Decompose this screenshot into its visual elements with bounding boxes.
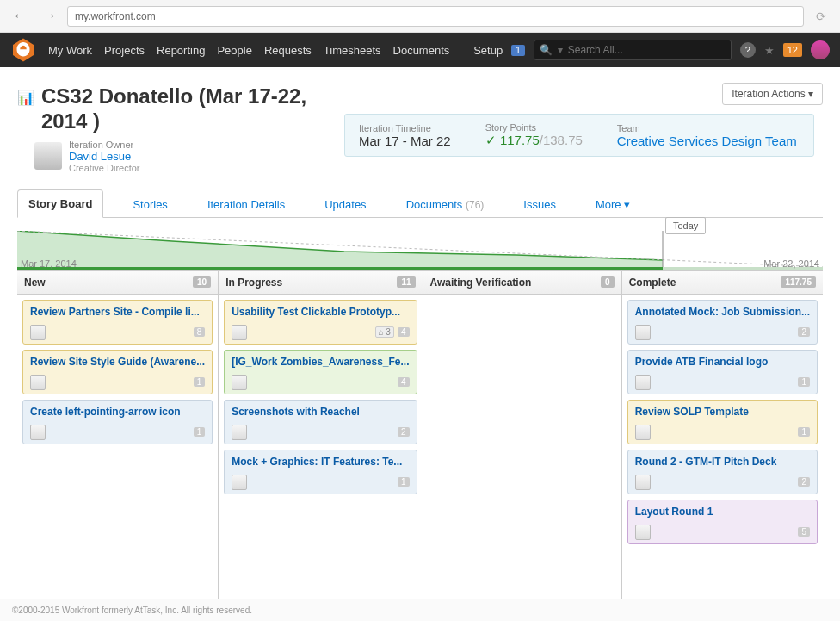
story-points: 4 (398, 327, 410, 337)
nav-projects[interactable]: Projects (104, 44, 145, 57)
card-title: Mock + Graphics: IT Features: Te... (232, 456, 409, 468)
assignee-avatar (232, 475, 247, 490)
column-new: New10Review Partners Site - Compile li..… (17, 271, 219, 615)
tab-story-board[interactable]: Story Board (17, 189, 103, 218)
iteration-icon: 📊 (17, 90, 34, 106)
column-header: New10 (17, 271, 218, 295)
card-title: Screenshots with Reachel (232, 406, 409, 418)
story-card[interactable]: Create left-pointing-arrow icon1 (22, 400, 213, 444)
card-title: Review Partners Site - Compile li... (30, 306, 205, 318)
story-card[interactable]: Provide ATB Financial logo1 (627, 350, 818, 394)
story-points: 2 (398, 427, 410, 437)
story-board: New10Review Partners Site - Compile li..… (17, 270, 823, 615)
card-title: Round 2 - GTM-IT Pitch Deck (635, 456, 810, 468)
assignee-avatar (635, 425, 651, 440)
nav-documents[interactable]: Documents (393, 44, 450, 57)
assignee-avatar (635, 325, 651, 340)
nav-people[interactable]: People (217, 44, 251, 57)
assignee-avatar (635, 475, 651, 490)
favorites-icon[interactable]: ★ (764, 44, 775, 57)
card-title: Review SOLP Template (635, 406, 810, 418)
nav-timesheets[interactable]: Timesheets (324, 44, 381, 57)
column-in-progress: In Progress11Usability Test Clickable Pr… (219, 271, 423, 615)
story-card[interactable]: Round 2 - GTM-IT Pitch Deck2 (627, 450, 818, 494)
tab-iteration-details[interactable]: Iteration Details (197, 191, 295, 218)
card-title: [IG_Work Zombies_Awareness_Fe... (232, 356, 409, 368)
nav-requests[interactable]: Requests (264, 44, 312, 57)
search-input[interactable] (568, 44, 726, 56)
tab-issues[interactable]: Issues (513, 191, 566, 218)
column-header: Complete117.75 (622, 271, 823, 295)
owner-avatar (34, 142, 62, 170)
card-title: Create left-pointing-arrow icon (30, 406, 205, 418)
column-awaiting-verification: Awaiting Verification0 (423, 271, 622, 615)
story-points: 1 (194, 427, 206, 437)
assignee-avatar (30, 375, 46, 390)
story-points: 8 (194, 327, 206, 337)
subtask-count: ⌂ 3 (375, 326, 394, 338)
tab-updates[interactable]: Updates (314, 191, 376, 218)
team-link[interactable]: Creative Services Design Team (617, 134, 797, 148)
browser-bar: ← → my.workfront.com ⟳ (0, 0, 840, 33)
owner-name-link[interactable]: David Lesue (69, 150, 140, 163)
column-count: 0 (601, 276, 615, 288)
page-title: CS32 Donatello (Mar 17-22, 2014 ) (41, 84, 334, 134)
assignee-avatar (232, 325, 247, 340)
burndown-chart: Today Mar 17, 2014Mar 22, 2014 (17, 219, 823, 270)
workfront-logo (10, 37, 36, 63)
column-count: 117.75 (781, 276, 816, 288)
story-card[interactable]: Annotated Mock: Job Submission...2 (627, 300, 818, 345)
notification-badge[interactable]: 12 (783, 43, 802, 57)
owner-info: Iteration Owner David Lesue Creative Dir… (69, 140, 140, 173)
tab-more[interactable]: More ▾ (585, 191, 640, 218)
story-points: 1 (798, 377, 810, 387)
assignee-avatar (635, 375, 651, 390)
assignee-avatar (30, 425, 46, 440)
nav-my-work[interactable]: My Work (48, 44, 92, 57)
global-search[interactable]: 🔍 ▾ (534, 40, 732, 60)
story-card[interactable]: Layout Round 15 (627, 500, 818, 544)
story-card[interactable]: [IG_Work Zombies_Awareness_Fe...4 (224, 350, 417, 394)
story-points: 2 (798, 477, 810, 487)
assignee-avatar (232, 375, 247, 390)
setup-link[interactable]: Setup (473, 44, 503, 57)
story-card[interactable]: Review Partners Site - Compile li...8 (22, 300, 213, 345)
help-icon[interactable]: ? (740, 42, 756, 58)
column-complete: Complete117.75Annotated Mock: Job Submis… (622, 271, 823, 615)
story-card[interactable]: Screenshots with Reachel2 (224, 400, 417, 444)
story-card[interactable]: Usability Test Clickable Prototyp...⌂ 34 (224, 300, 417, 345)
search-icon: 🔍 (540, 44, 553, 56)
column-count: 11 (397, 276, 415, 288)
card-title: Annotated Mock: Job Submission... (635, 306, 810, 318)
story-points: 5 (798, 527, 810, 537)
story-card[interactable]: Mock + Graphics: IT Features: Te...1 (224, 450, 417, 494)
nav-reporting[interactable]: Reporting (157, 44, 205, 57)
setup-badge: 1 (511, 45, 525, 56)
column-header: In Progress11 (219, 271, 422, 295)
story-points: 1 (798, 427, 810, 437)
tabs: Story Board Stories Iteration Details Up… (17, 189, 823, 218)
story-points: 1 (398, 477, 410, 487)
user-avatar[interactable] (811, 40, 830, 59)
column-header: Awaiting Verification0 (423, 271, 621, 295)
footer: ©2000-2015 Workfront formerly AtTask, In… (0, 599, 840, 621)
assignee-avatar (232, 425, 247, 440)
story-points: 2 (798, 327, 810, 337)
column-count: 10 (193, 276, 211, 288)
iteration-actions-button[interactable]: Iteration Actions ▾ (722, 83, 823, 105)
forward-icon[interactable]: → (38, 7, 60, 25)
url-bar[interactable]: my.workfront.com (67, 6, 804, 27)
story-card[interactable]: Review Site Style Guide (Awarene...1 (22, 350, 213, 394)
tab-documents[interactable]: Documents (76) (396, 191, 495, 218)
iteration-info-box: Iteration TimelineMar 17 - Mar 22 Story … (344, 114, 814, 157)
tab-stories[interactable]: Stories (122, 191, 177, 218)
back-icon[interactable]: ← (9, 7, 31, 25)
story-points: 1 (194, 377, 206, 387)
top-nav: My Work Projects Reporting People Reques… (0, 33, 840, 67)
story-card[interactable]: Review SOLP Template1 (627, 400, 818, 444)
assignee-avatar (30, 325, 46, 340)
card-title: Review Site Style Guide (Awarene... (30, 356, 205, 368)
card-title: Provide ATB Financial logo (635, 356, 810, 368)
refresh-icon[interactable]: ⟳ (811, 9, 831, 23)
card-title: Usability Test Clickable Prototyp... (232, 306, 409, 318)
